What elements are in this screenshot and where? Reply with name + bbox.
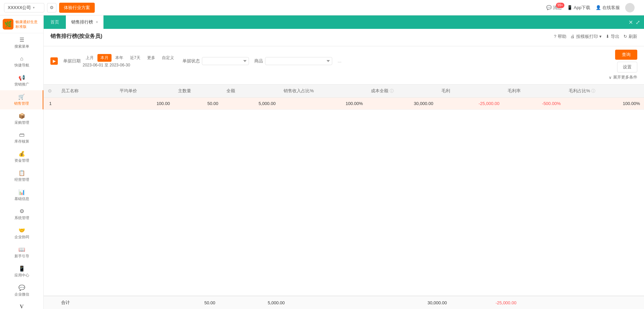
filter-area: ▶ 单据日期 上月 本月 本年 近7天 更多 自定义 [44,46,644,85]
th-qty: 主数量 [174,85,222,98]
query-button[interactable]: 查询 [615,50,637,60]
brand-line1: 畅康通好生意 [15,19,38,24]
app-icon: 📱 [567,5,572,10]
tab-expand-icon[interactable]: ⤢ [636,19,640,25]
nav-item-search[interactable]: ☰ 搜索菜单 [0,33,43,52]
nav-item-marketing[interactable]: 📢 营销推广 [0,71,43,90]
help-icon: ? [554,34,556,39]
tab-home[interactable]: 首页 [44,15,66,29]
cell-profit-ratio: 100.00% [565,98,644,110]
export-button[interactable]: ⬇ 导出 [606,34,619,40]
nav-label-appstore: 应用中心 [14,273,29,278]
nav-item-system[interactable]: ⚙ 系统管理 [0,205,43,224]
app-download-label: App下载 [574,5,590,11]
filter-date-item: 单据日期 上月 本月 本年 近7天 更多 自定义 20 [63,54,177,68]
date-btn-more[interactable]: 更多 [144,54,158,62]
nav-item-guide[interactable]: 📖 新手引导 [0,243,43,262]
expand-more-button[interactable]: ∨ 展开更多条件 [609,74,637,80]
app-download-button[interactable]: 📱 App下载 [567,5,590,11]
date-btn-this-month[interactable]: 本月 [97,54,112,62]
business-icon: 📋 [18,170,25,176]
collab-icon: 🤝 [18,227,25,234]
page-title-row: 销售排行榜(按业务员) ? 帮助 🖨 按模板打印 ▾ [50,33,637,40]
th-settings: ⚙ [44,85,57,98]
refresh-icon: ↻ [624,34,627,39]
help-button[interactable]: ? 帮助 [554,34,566,40]
total-amount: 5,000.00 [219,296,289,309]
th-profit-rate: 毛利率 [504,85,565,98]
nav-item-finance[interactable]: 💰 资金管理 [0,147,43,166]
content-area: 首页 销售排行榜 × ✕ ⤢ 销售排行榜(按业务员) [44,15,644,309]
message-badge: 99+ [556,3,564,8]
tab-close-window-icon[interactable]: ✕ [629,19,633,25]
message-button[interactable]: 💬 消息 99+ [546,5,562,11]
table-row: 1 100.00 50.00 5,000.00 100.00% 30,000.0… [44,98,644,110]
nav-item-quick[interactable]: ⌂ 快捷导航 [0,52,43,71]
filter-toggle-icon[interactable]: ▶ [50,57,58,65]
date-btn-this-year[interactable]: 本年 [112,54,126,62]
cell-rank: 1 [44,98,57,110]
tab-close-icon[interactable]: × [96,20,98,24]
marketing-icon: 📢 [18,74,25,81]
nav-item-appstore[interactable]: 📱 应用中心 [0,262,43,281]
cell-sales-ratio: 100.00% [280,98,367,110]
page-title: 销售排行榜(按业务员) [50,33,102,40]
nav-label-quick: 快捷导航 [14,63,29,68]
table-wrapper[interactable]: ⚙ 员工名称 平均单价 主数量 全额 销售收入占比% 成本全额 ⓘ [44,85,644,296]
nav-item-member[interactable]: V 畅会员 [0,300,43,309]
total-label: 合计 [57,296,96,309]
th-amount: 全额 [222,85,280,98]
profit-ratio-info-icon[interactable]: ⓘ [591,89,595,93]
more-filter-link[interactable]: … [338,59,342,63]
company-name: XXXXX公司 [8,5,31,11]
nav-label-inventory: 库存核算 [14,139,29,144]
avatar[interactable] [625,3,635,12]
nav-item-sales[interactable]: 🛒 销售管理 [0,90,43,109]
goods-input[interactable] [265,57,332,65]
nav-item-business[interactable]: 📋 经营管理 [0,166,43,186]
sidebar: 🌿 畅康通好生意 标准版 ☰ 搜索菜单 ⌂ 快捷导航 📢 营销推广 🛒 [0,15,44,309]
th-sales-ratio: 销售收入占比% [280,85,367,98]
date-btn-7days[interactable]: 近7天 [127,54,143,62]
total-row-data: 合计 50.00 5,000.00 30,000.00 -25,000.00 [44,296,644,309]
top-bar: XXXXX公司 ▾ ⚙ 体验行业方案 💬 消息 99+ 📱 App下载 👤 在线… [0,0,644,15]
tab-active[interactable]: 销售排行榜 × [66,15,103,29]
tab-bar: 首页 销售排行榜 × ✕ ⤢ [44,15,644,29]
th-profit-ratio: 毛利占比% ⓘ [565,85,644,98]
nav-label-search: 搜索菜单 [14,44,29,49]
tab-right-actions: ✕ ⤢ [629,19,644,25]
print-icon: 🖨 [570,34,575,39]
online-service-button[interactable]: 👤 在线客服 [596,5,620,11]
total-profit-ratio [582,296,644,309]
service-icon: 👤 [596,5,601,10]
refresh-button[interactable]: ↻ 刷新 [624,34,637,40]
filter-status-item: 单据状态 [182,57,249,65]
template-print-button[interactable]: 🖨 按模板打印 ▾ [570,34,602,40]
brand-icon: 🌿 [3,19,13,30]
page-header: 销售排行榜(按业务员) ? 帮助 🖨 按模板打印 ▾ [44,29,644,46]
date-btn-custom[interactable]: 自定义 [159,54,177,62]
nav-item-collab[interactable]: 🤝 企业协同 [0,224,43,243]
table-body: 1 100.00 50.00 5,000.00 100.00% 30,000.0… [44,98,644,110]
nav-item-inventory[interactable]: 🗃 库存核算 [0,128,43,147]
date-btn-last-month[interactable]: 上月 [83,54,97,62]
total-empty-rank [44,296,57,309]
nav-item-purchase[interactable]: 📦 采购管理 [0,109,43,128]
finance-icon: 💰 [18,151,25,157]
nav-item-wechat[interactable]: 💬 企业微信 [0,281,43,300]
status-select[interactable] [202,57,249,65]
settings-icon[interactable]: ⚙ [47,3,56,12]
nav-label-finance: 资金管理 [14,158,29,163]
company-selector[interactable]: XXXXX公司 ▾ [4,3,44,12]
filter-date-label: 单据日期 [63,58,81,64]
cost-info-icon[interactable]: ⓘ [390,89,394,93]
cell-profit: -25,000.00 [437,98,504,110]
export-icon: ⬇ [606,34,609,39]
cell-avg-price: 100.00 [116,98,174,110]
settings-button[interactable]: 设置 [617,62,637,72]
column-settings-icon[interactable]: ⚙ [48,88,52,94]
brand: 🌿 畅康通好生意 标准版 [0,15,43,33]
industry-btn[interactable]: 体验行业方案 [59,3,95,13]
nav-item-base[interactable]: 📊 基础信息 [0,186,43,205]
total-row: 合计 50.00 5,000.00 30,000.00 -25,000.00 [44,296,644,309]
